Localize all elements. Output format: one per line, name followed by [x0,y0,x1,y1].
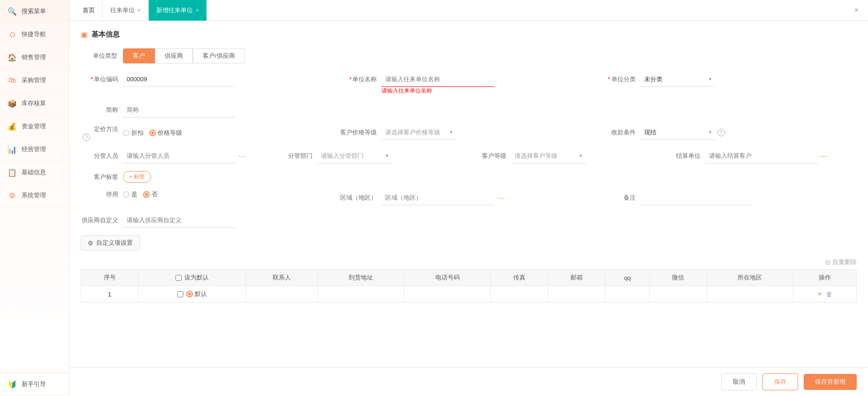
close-all-button[interactable]: × [851,4,862,16]
manager-label: 分管人员 [81,152,123,160]
cancel-button[interactable]: 取消 [721,373,757,390]
sidebar-item-inventory[interactable]: 📦 库存核算 [0,92,69,115]
payment-terms-help-icon[interactable]: ? [717,129,725,136]
search-icon: 🔍 [8,7,17,16]
custom-settings-button[interactable]: ⚙ 自定义项设置 [81,235,140,250]
manager-input[interactable] [123,148,236,163]
tab-partner[interactable]: 往来单位 × [103,0,149,21]
custom-settings-label: 自定义项设置 [96,239,133,247]
tab-new-partner-label: 新增往来单位 [156,6,193,15]
supplier-custom-input[interactable] [123,213,236,228]
save-new-button[interactable]: 保存并新增 [804,374,857,390]
default-radio[interactable]: 默认 [186,290,207,298]
add-row-btn[interactable]: + [817,290,822,298]
unit-category-label: *单位分类 [598,75,640,84]
action-bar: 取消 保存 保存并新增 [69,367,868,396]
cell-fax [491,286,548,303]
default-radio-circle [186,291,193,297]
cell-location [707,286,793,303]
customer-price-level-select[interactable]: 请选择客户价格等级 ▾ [381,125,457,140]
tab-partner-close[interactable]: × [137,8,141,13]
unit-type-customer-btn[interactable]: 客户 [123,48,155,63]
cell-address [318,286,404,303]
unit-type-supplier-btn[interactable]: 供应商 [155,48,193,63]
tab-bar: 首页 往来单位 × 新增往来单位 × × [69,0,868,21]
save-button[interactable]: 保存 [762,373,798,390]
pricing-help-icon[interactable]: ? [83,133,90,141]
sidebar-label-sales: 销售管理 [22,53,46,62]
form-row-disabled: 停用 是 否 区域（地区） [81,190,857,205]
cell-operation: + 🗑 [793,286,857,303]
notes-input[interactable] [640,190,753,205]
sidebar-label-quick-nav: 快捷导航 [22,30,46,39]
pricing-level-circle [149,130,156,136]
pricing-method-field: 定价方法 ? 折扣 价格等级 [81,125,339,141]
unit-type-both-btn[interactable]: 客户/供应商 [193,48,245,63]
select-all-checkbox[interactable] [175,275,182,281]
short-name-input[interactable] [123,102,236,117]
settlement-unit-input[interactable] [705,148,818,163]
col-phone: 电话号码 [404,270,491,286]
sidebar-item-purchase[interactable]: 🛍 采购管理 [0,69,69,92]
sidebar-item-search[interactable]: 🔍 搜索菜单 [0,0,69,23]
tab-new-partner[interactable]: 新增往来单位 × [149,0,207,21]
sidebar-item-system[interactable]: ⚙ 系统管理 [0,184,69,207]
batch-delete-label[interactable]: 批量删除 [832,258,857,266]
add-tag-button[interactable]: + 标签 [123,171,151,183]
disabled-yes-option[interactable]: 是 [123,190,137,199]
payment-terms-field: 收款条件 现结 ▾ ? [598,125,857,140]
col-operation: 操作 [793,270,857,286]
sidebar-label-system: 系统管理 [22,191,46,200]
department-label: 分管部门 [275,152,317,160]
tab-new-partner-close[interactable]: × [196,8,199,13]
section-title: 基本信息 [91,30,120,39]
manager-more-btn[interactable]: ··· [236,152,248,160]
department-placeholder: 请输入分管部门 [321,152,384,160]
unit-code-input[interactable] [123,72,236,87]
delete-row-btn[interactable]: 🗑 [826,290,832,298]
disabled-no-dot [145,193,148,196]
sidebar-item-sales[interactable]: 🏠 销售管理 [0,46,69,69]
required-star-name: * [349,76,351,83]
cell-default: 默认 [138,286,246,303]
disabled-radio-group: 是 否 [123,190,158,199]
tab-home[interactable]: 首页 [75,0,103,21]
purchase-icon: 🛍 [8,76,17,85]
pricing-level-option[interactable]: 价格等级 [149,129,182,137]
sidebar-item-quick-nav[interactable]: ⊙ 快捷导航 [0,23,69,46]
notes-label: 备注 [598,194,640,202]
region-more-btn[interactable]: ··· [494,194,507,202]
region-input[interactable] [381,190,494,205]
manager-field: 分管人员 ··· [81,148,275,163]
customer-level-select[interactable]: 请选择客户等级 ▾ [511,148,586,163]
pricing-discount-option[interactable]: 折扣 [123,129,144,137]
sidebar-label-operations: 经营管理 [22,145,46,154]
disabled-label: 停用 [81,190,123,199]
sidebar-item-operations[interactable]: 📊 经营管理 [0,138,69,161]
tab-home-label: 首页 [83,6,95,15]
disabled-yes-circle [123,191,129,198]
department-select[interactable]: 请输入分管部门 ▾ [317,148,392,163]
form-row-pricing: 定价方法 ? 折扣 价格等级 [81,125,857,141]
default-radio-dot [188,293,191,295]
unit-code-label: *单位编码 [81,75,123,84]
disabled-no-option[interactable]: 否 [143,190,158,199]
col-default: 设为默认 [138,270,246,286]
sidebar-label-search: 搜索菜单 [22,7,46,16]
settlement-unit-more-btn[interactable]: ··· [818,152,830,160]
region-field: 区域（地区） ··· [339,190,598,205]
payment-terms-select[interactable]: 现结 ▾ [640,125,716,140]
unit-name-input[interactable] [381,72,494,87]
department-field: 分管部门 请输入分管部门 ▾ [275,148,469,163]
short-name-label: 简称 [81,106,123,114]
notes-field: 备注 [598,190,857,205]
col-email: 邮箱 [548,270,605,286]
unit-category-select[interactable]: 未分类 ▾ [640,72,716,87]
sidebar-item-finance[interactable]: 💰 资金管理 [0,115,69,138]
payment-terms-value: 现结 [644,128,707,137]
sidebar-label-finance: 资金管理 [22,122,46,131]
sidebar-item-basic[interactable]: 📋 基础信息 [0,161,69,184]
sidebar-item-beginner[interactable]: 🔰 新手引导 [0,373,69,396]
row-checkbox[interactable] [177,291,183,297]
section-header: ▣ 基本信息 [81,30,857,39]
